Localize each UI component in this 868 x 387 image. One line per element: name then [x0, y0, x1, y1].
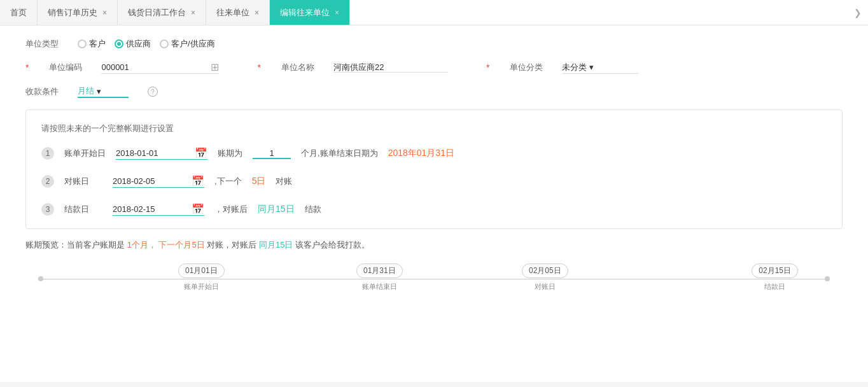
- payment-terms-value: 月结: [78, 85, 94, 97]
- code-name-category-row: * 单位编码 ⊞ * 单位名称 * 单位分类 未分类 ▾: [25, 61, 843, 74]
- preview-text: 账期预览：当前客户账期是 1个月， 下一个月5日 对账，对账后 同月15日 该客…: [25, 239, 843, 251]
- preview-part4: 同月15日: [259, 240, 293, 250]
- period-label-1: 账单开始日: [64, 148, 106, 159]
- unit-code-label: 单位编码: [49, 62, 82, 73]
- timeline-node-3: 02月05日 对账日: [522, 264, 568, 292]
- period-date-3-input[interactable]: [113, 204, 189, 214]
- period-date-1-wrap: 📅: [116, 147, 207, 160]
- period-end-date-highlight: 2018年01月31日: [388, 148, 454, 159]
- unit-category-star: *: [486, 62, 489, 73]
- unit-type-row: 单位类型 客户 供应商 客户/供应商: [25, 38, 843, 50]
- main-content: 单位类型 客户 供应商 客户/供应商 * 单位编码 ⊞ * 单位名称: [0, 25, 868, 382]
- tab-home[interactable]: 首页: [0, 0, 38, 25]
- period-desc-1-prefix: 账期为: [218, 148, 242, 159]
- period-num-3: 3: [41, 203, 54, 216]
- period-highlight-15th: 同月15日: [258, 204, 295, 215]
- unit-category-dropdown-icon: ▾: [589, 62, 594, 72]
- period-label-3: 结款日: [64, 204, 102, 215]
- radio-supplier-label: 供应商: [126, 38, 151, 50]
- unit-code-input[interactable]: [101, 62, 208, 72]
- unit-name-input-wrapper: [333, 62, 448, 73]
- period-box: 请按照未来的一个完整帐期进行设置 1 账单开始日 📅 账期为 个月,账单结束日期…: [25, 109, 843, 229]
- unit-type-label: 单位类型: [25, 38, 59, 50]
- preview-section: 账期预览：当前客户账期是 1个月， 下一个月5日 对账，对账后 同月15日 该客…: [25, 229, 843, 314]
- timeline-end-dot: [825, 276, 830, 281]
- timeline-node-3-label: 对账日: [535, 282, 556, 292]
- radio-supplier-circle: [115, 39, 123, 48]
- tab-edit-unit[interactable]: 编辑往来单位 ×: [270, 0, 350, 25]
- period-date-2-wrap: 📅: [113, 175, 204, 188]
- tab-units-label: 往来单位: [216, 7, 249, 18]
- timeline-node-3-date: 02月05日: [522, 264, 568, 278]
- preview-part2: 下一个月5日: [158, 240, 204, 250]
- unit-code-input-wrapper: ⊞: [101, 61, 219, 74]
- tab-bar: 首页 销售订单历史 × 钱货日清工作台 × 往来单位 × 编辑往来单位 × ❯: [0, 0, 868, 25]
- payment-terms-label: 收款条件: [25, 86, 59, 97]
- timeline-node-1-date: 01月01日: [178, 264, 225, 278]
- payment-terms-row: 收款条件 月结 ▾ ?: [25, 85, 843, 98]
- period-desc-1-suffix: 个月,账单结束日期为: [301, 148, 378, 159]
- period-date-1-input[interactable]: [116, 148, 192, 158]
- unit-category-label: 单位分类: [510, 62, 543, 73]
- radio-supplier[interactable]: 供应商: [115, 38, 151, 50]
- unit-name-star: *: [257, 62, 260, 73]
- tab-cash-work[interactable]: 钱货日清工作台 ×: [118, 0, 206, 25]
- tab-units-close[interactable]: ×: [255, 8, 259, 17]
- tab-home-label: 首页: [10, 7, 27, 18]
- period-num-1: 1: [41, 147, 54, 160]
- unit-code-copy-icon[interactable]: ⊞: [211, 61, 219, 73]
- preview-label: 账期预览：当前客户账期是: [25, 240, 125, 250]
- period-date-1-calendar-icon[interactable]: 📅: [195, 147, 207, 159]
- tab-expand-button[interactable]: ❯: [848, 0, 868, 25]
- period-desc-2-suffix: 对账: [276, 176, 292, 187]
- timeline-node-4: 02月15日 结款日: [752, 264, 798, 292]
- unit-category-value: 未分类: [562, 62, 587, 73]
- timeline-node-2-label: 账单结束日: [362, 282, 397, 292]
- tab-cash-work-label: 钱货日清工作台: [128, 7, 186, 18]
- period-highlight-5th: 5日: [252, 176, 266, 187]
- radio-customer-supplier-circle: [160, 39, 169, 48]
- preview-part3: 对账，对账后: [207, 240, 256, 250]
- timeline-line: [38, 279, 830, 279]
- unit-category-select[interactable]: 未分类 ▾: [562, 62, 638, 74]
- timeline-node-2-date: 01月31日: [356, 264, 403, 278]
- period-date-2-input[interactable]: [113, 176, 189, 186]
- tab-cash-work-close[interactable]: ×: [191, 8, 195, 17]
- period-date-3-calendar-icon[interactable]: 📅: [192, 203, 204, 215]
- period-date-3-wrap: 📅: [113, 203, 204, 216]
- tab-sales-history[interactable]: 销售订单历史 ×: [38, 0, 118, 25]
- help-icon[interactable]: ?: [148, 87, 158, 97]
- payment-terms-dropdown-icon: ▾: [97, 87, 101, 96]
- period-num-2: 2: [41, 175, 54, 188]
- period-row-1: 1 账单开始日 📅 账期为 个月,账单结束日期为 2018年01月31日: [41, 147, 827, 160]
- timeline-node-4-date: 02月15日: [752, 264, 798, 278]
- period-label-2: 对账日: [64, 176, 102, 187]
- tab-edit-unit-close[interactable]: ×: [335, 8, 339, 17]
- period-row-3: 3 结款日 📅 ，对账后 同月15日 结款: [41, 203, 827, 216]
- timeline-node-1: 01月01日 账单开始日: [178, 264, 225, 292]
- unit-type-radio-group: 客户 供应商 客户/供应商: [78, 38, 215, 50]
- period-row-2: 2 对账日 📅 ,下一个 5日 对账: [41, 175, 827, 188]
- period-desc-3-suffix: 结款: [305, 204, 321, 215]
- radio-customer[interactable]: 客户: [78, 38, 106, 50]
- tab-sales-history-close[interactable]: ×: [102, 8, 107, 17]
- radio-customer-supplier-label: 客户/供应商: [171, 38, 215, 50]
- radio-customer-supplier[interactable]: 客户/供应商: [160, 38, 215, 50]
- timeline-node-2: 01月31日 账单结束日: [356, 264, 403, 292]
- tab-edit-unit-label: 编辑往来单位: [280, 7, 330, 18]
- radio-customer-label: 客户: [89, 38, 106, 50]
- period-desc-2-prefix: ,下一个: [214, 176, 242, 187]
- payment-terms-select[interactable]: 月结 ▾: [78, 85, 129, 98]
- period-date-2-calendar-icon[interactable]: 📅: [192, 175, 204, 187]
- timeline-container: 01月01日 账单开始日 01月31日 账单结束日 02月05日 对账日 02月…: [25, 264, 843, 314]
- timeline-node-1-label: 账单开始日: [184, 282, 219, 292]
- radio-customer-circle: [78, 39, 87, 48]
- timeline-start-dot: [38, 276, 43, 281]
- tab-units[interactable]: 往来单位 ×: [206, 0, 270, 25]
- period-months-input[interactable]: [253, 148, 291, 159]
- unit-code-star: *: [25, 62, 29, 73]
- unit-name-label: 单位名称: [281, 62, 314, 73]
- preview-part1: 1个月，: [127, 240, 157, 250]
- preview-part5: 该客户会给我打款。: [295, 240, 370, 250]
- unit-name-input[interactable]: [333, 62, 448, 72]
